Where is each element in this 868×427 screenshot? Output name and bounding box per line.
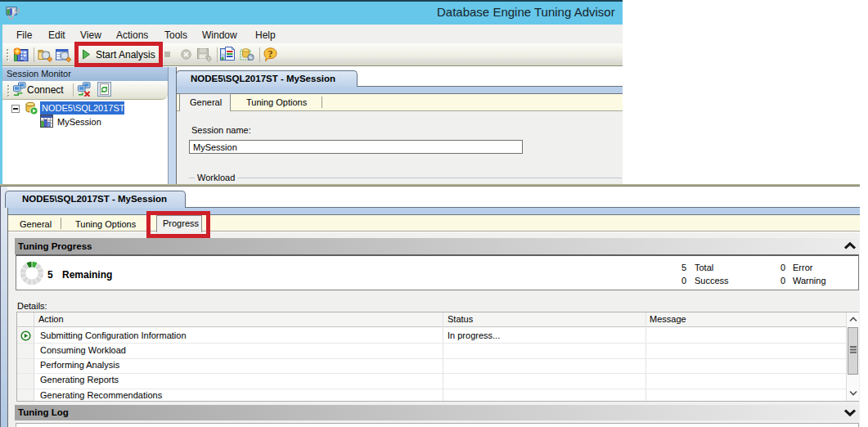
svg-text:?: ? [268, 48, 273, 60]
